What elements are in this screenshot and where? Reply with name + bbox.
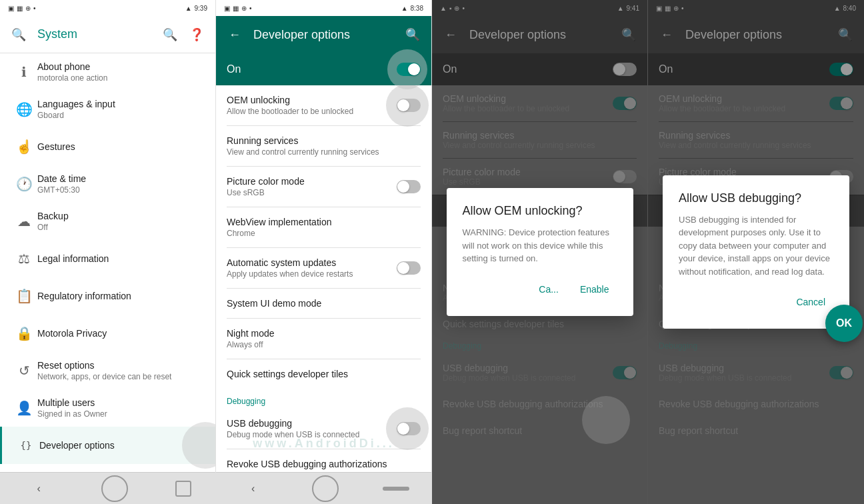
home-btn-p2[interactable]	[312, 475, 339, 502]
dev-item-webview-p2[interactable]: WebView implementation Chrome	[216, 207, 431, 247]
legal-title: Legal information	[37, 253, 205, 264]
status-bar-p2: ▣ ▦ ⊕ • ▲ 8:38	[216, 0, 431, 16]
settings-item-gestures[interactable]: ☝ Gestures	[0, 128, 215, 165]
oem-cancel-btn[interactable]: Ca...	[531, 279, 567, 300]
color-title-p2: Picture color mode	[227, 176, 305, 187]
usb-dialog-overlay: Allow USB debugging? USB debugging is in…	[648, 0, 864, 504]
sd-icon-p2: ▦	[233, 5, 239, 12]
toolbar-p2: ← Developer options 🔍	[216, 16, 431, 53]
developer-toggle-p2[interactable]	[397, 63, 421, 76]
oem-dialog-body: WARNING: Device protection features will…	[463, 226, 617, 265]
status-icons-right-p1: ▲ 9:39	[185, 5, 207, 12]
dev-item-usb-p2[interactable]: USB debugging Debug mode when USB is con…	[216, 409, 431, 449]
dev-item-quicktiles-p2[interactable]: Quick settings developer tiles	[216, 359, 431, 389]
reset-icon: ↺	[11, 363, 37, 379]
oem-enable-btn[interactable]: Enable	[572, 279, 617, 300]
legal-content: Legal information	[37, 253, 205, 264]
webview-title-p2: WebView implementation	[227, 217, 421, 227]
settings-item-users[interactable]: 👤 Multiple users Signed in as Owner	[0, 389, 215, 427]
dev-item-running-p2[interactable]: Running services View and control curren…	[216, 126, 431, 166]
demo-title-p2: System UI demo mode	[227, 298, 421, 309]
developer-options-panel-usb-dialog: ▣ ▦ ⊕ • ▲ 8:40 ← Developer options 🔍 On …	[648, 0, 864, 504]
backup-subtitle: Off	[37, 223, 205, 232]
time-p2: 8:38	[411, 5, 423, 12]
legal-icon: ⚖	[11, 251, 37, 267]
help-icon-p1[interactable]: ❓	[189, 27, 205, 43]
about-content: About phone motorola one action	[37, 61, 205, 83]
settings-item-about[interactable]: ℹ About phone motorola one action	[0, 53, 215, 91]
webview-subtitle-p2: Chrome	[227, 229, 421, 238]
back-icon-p2[interactable]: ←	[227, 27, 243, 43]
status-icons-right-p2: ▲ 8:38	[401, 5, 423, 12]
datetime-title: Date & time	[37, 173, 205, 184]
autoupdate-toggle-p2[interactable]	[397, 261, 421, 275]
oem-dialog: Allow OEM unlocking? WARNING: Device pro…	[447, 188, 633, 316]
search-icon-p2[interactable]: 🔍	[405, 27, 421, 43]
oem-toggle-p2[interactable]	[397, 99, 421, 112]
recents-btn-p2[interactable]	[383, 487, 409, 491]
usb-toggle-p2[interactable]	[397, 422, 421, 435]
users-title: Multiple users	[37, 397, 205, 408]
lock-icon-p2: ⊕	[241, 5, 247, 12]
autoupdate-title-p2: Automatic system updates	[227, 257, 353, 268]
usb-ok-btn[interactable]: OK	[825, 305, 863, 342]
color-toggle-p2[interactable]	[397, 180, 421, 193]
status-icons-left-p1: ▣ ▦ ⊕ •	[8, 5, 36, 12]
settings-item-developer[interactable]: {} Developer options	[0, 427, 215, 464]
nav-bar-p1: ‹	[0, 472, 215, 504]
developer-options-panel-oem-dialog: ▲ ▪ ⊕ • ▲ 9:41 ← Developer options 🔍 On …	[432, 0, 648, 504]
dot-icon-p1: •	[33, 5, 36, 12]
regulatory-title: Regulatory information	[37, 291, 205, 301]
search-btn-p1[interactable]: 🔍	[162, 27, 178, 43]
users-content: Multiple users Signed in as Owner	[37, 397, 205, 419]
recents-btn-p1[interactable]	[175, 481, 191, 497]
developer-icon: {}	[13, 440, 39, 451]
gestures-icon: ☝	[11, 139, 37, 155]
home-btn-p1[interactable]	[101, 475, 128, 502]
status-bar-p1: ▣ ▦ ⊕ • ▲ 9:39	[0, 0, 215, 16]
usb-title-p2: USB debugging	[227, 418, 359, 429]
reset-content: Reset options Network, apps, or device c…	[37, 360, 205, 381]
dev-item-demo-p2[interactable]: System UI demo mode	[216, 289, 431, 318]
oem-dialog-overlay: Allow OEM unlocking? WARNING: Device pro…	[432, 0, 647, 504]
back-btn-p1[interactable]: ‹	[24, 477, 54, 500]
oem-dialog-title: Allow OEM unlocking?	[463, 204, 617, 218]
oem-title-p2: OEM unlocking	[227, 95, 353, 105]
settings-item-backup[interactable]: ☁ Backup Off	[0, 203, 215, 240]
backup-title: Backup	[37, 211, 205, 221]
dev-item-night-p2[interactable]: Night mode Always off	[216, 319, 431, 359]
settings-item-motorola[interactable]: 🔒 Motorola Privacy	[0, 315, 215, 352]
enable-circle-highlight	[582, 396, 630, 444]
motorola-content: Motorola Privacy	[37, 328, 205, 339]
datetime-icon: 🕐	[11, 176, 37, 192]
settings-item-regulatory[interactable]: 📋 Regulatory information	[0, 277, 215, 315]
running-subtitle-p2: View and control currently running servi…	[227, 147, 421, 157]
settings-item-reset[interactable]: ↺ Reset options Network, apps, or device…	[0, 352, 215, 389]
wifi-icon-p1: ▲	[185, 5, 192, 12]
search-icon-p1[interactable]: 🔍	[11, 27, 27, 43]
dev-item-oem-p2[interactable]: OEM unlocking Allow the bootloader to be…	[216, 85, 431, 125]
toolbar-p1: 🔍 System 🔍 ❓	[0, 16, 215, 53]
settings-item-legal[interactable]: ⚖ Legal information	[0, 240, 215, 277]
settings-item-systemupdate[interactable]: 📱 System updates Updated to Android 9	[0, 464, 215, 472]
users-subtitle: Signed in as Owner	[37, 409, 205, 419]
autoupdate-subtitle-p2: Apply updates when device restarts	[227, 269, 353, 279]
status-icons-left-p2: ▣ ▦ ⊕ •	[224, 5, 252, 12]
regulatory-icon: 📋	[11, 288, 37, 304]
gestures-content: Gestures	[37, 141, 205, 152]
oem-dialog-actions: Ca... Enable	[463, 279, 617, 300]
dev-item-autoupdate-p2[interactable]: Automatic system updates Apply updates w…	[216, 248, 431, 288]
notif-icon-p2: ▣	[224, 5, 230, 12]
dev-settings-list-p2: OEM unlocking Allow the bootloader to be…	[216, 85, 431, 472]
usb-cancel-btn[interactable]: Cancel	[788, 291, 833, 313]
back-btn-p2[interactable]: ‹	[238, 477, 268, 500]
dev-item-color-p2[interactable]: Picture color mode Use sRGB	[216, 167, 431, 207]
dev-item-revoke-p2[interactable]: Revoke USB debugging authorizations	[216, 449, 431, 472]
settings-item-languages[interactable]: 🌐 Languages & input Gboard	[0, 91, 215, 128]
lock-icon-p1: ⊕	[25, 5, 31, 12]
motorola-icon: 🔒	[11, 325, 37, 341]
system-settings-panel: ▣ ▦ ⊕ • ▲ 9:39 🔍 System 🔍 ❓ ℹ About phon…	[0, 0, 216, 504]
settings-item-datetime[interactable]: 🕐 Date & time GMT+05:30	[0, 165, 215, 203]
night-title-p2: Night mode	[227, 328, 421, 339]
time-p1: 9:39	[195, 5, 207, 12]
